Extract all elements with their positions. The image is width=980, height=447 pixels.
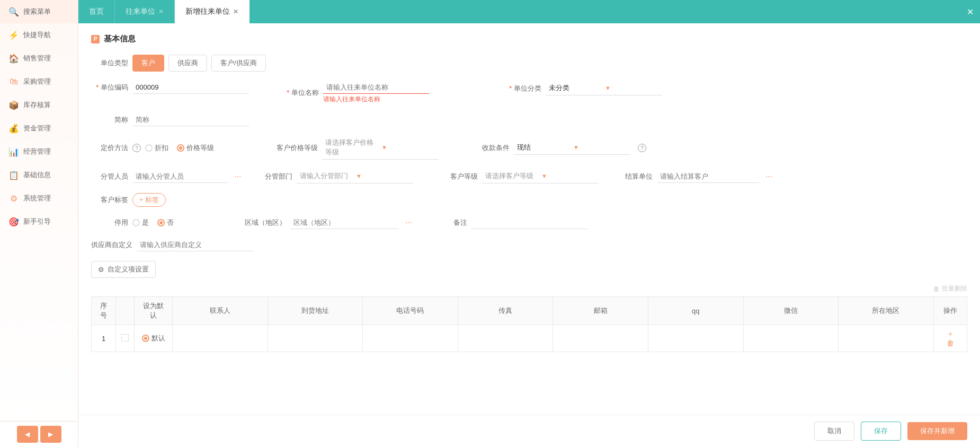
sidebar-item-quick-nav[interactable]: ⚡ 快捷导航 xyxy=(0,23,78,47)
sidebar: 🔍 搜索菜单 ⚡ 快捷导航 🏠 销售管理 🛍 采购管理 📦 库存核算 💰 资金管… xyxy=(0,0,78,447)
unit-type-field: 单位类型 客户 供应商 客户/供应商 xyxy=(91,55,356,72)
pricing-question-icon[interactable]: ? xyxy=(132,144,141,152)
payment-terms-value: 现结 xyxy=(517,143,571,152)
sidebar-item-finance[interactable]: 💰 资金管理 xyxy=(0,117,78,140)
custom-settings-button[interactable]: ⚙ 自定义项设置 xyxy=(91,261,156,278)
save-and-new-button[interactable]: 保存并新增 xyxy=(907,422,967,440)
row-address-input[interactable] xyxy=(273,335,358,343)
row-add-btn[interactable]: ＋ xyxy=(945,329,956,339)
finance-icon: 💰 xyxy=(8,123,19,134)
pricing-method-label: 定价方法 xyxy=(91,143,128,153)
main-area: 首页 往来单位 ✕ 新增往来单位 ✕ ✕ P 基本信息 单位类型 客户 供应 xyxy=(78,0,980,447)
add-tag-button[interactable]: + 标签 xyxy=(132,193,166,207)
sidebar-item-label: 销售管理 xyxy=(23,54,51,63)
col-action: 操作 xyxy=(933,297,967,325)
sidebar-item-search[interactable]: 🔍 搜索菜单 xyxy=(0,0,78,23)
customer-price-level-select[interactable]: 请选择客户价格等级 ▼ xyxy=(322,136,439,160)
note-input[interactable] xyxy=(471,216,588,229)
row-phone[interactable] xyxy=(363,325,458,352)
sidebar-item-inventory[interactable]: 📦 库存核算 xyxy=(0,93,78,117)
manager-more-btn[interactable]: ··· xyxy=(232,172,243,181)
department-label: 分管部门 xyxy=(255,172,292,181)
row-default-radio[interactable]: 默认 xyxy=(140,334,167,343)
row-default: 默认 xyxy=(135,325,173,352)
customer-level-label: 客户等级 xyxy=(441,172,478,181)
abbr-label: 简称 xyxy=(91,115,128,125)
unit-code-input[interactable] xyxy=(132,81,249,94)
save-button[interactable]: 保存 xyxy=(861,422,901,441)
row-email[interactable] xyxy=(553,325,648,352)
manager-input[interactable] xyxy=(132,170,228,183)
tab-partner[interactable]: 往来单位 ✕ xyxy=(115,0,175,23)
customer-price-level-field: 客户价格等级 请选择客户价格等级 ▼ xyxy=(277,136,457,160)
region-input[interactable] xyxy=(290,216,399,229)
supplier-custom-input[interactable] xyxy=(137,239,253,251)
row-region[interactable] xyxy=(839,325,934,352)
col-qq: qq xyxy=(648,297,743,325)
payment-terms-select[interactable]: 现结 ▼ xyxy=(514,141,630,155)
row-fax[interactable] xyxy=(458,325,553,352)
row-qq-input[interactable] xyxy=(654,335,738,343)
row-phone-input[interactable] xyxy=(368,335,452,343)
department-field: 分管部门 请输入分管部门 ▼ xyxy=(255,169,425,183)
search-icon: 🔍 xyxy=(8,6,19,17)
region-more-btn[interactable]: ··· xyxy=(403,218,414,227)
row-fax-input[interactable] xyxy=(464,335,548,343)
unit-name-error: 请输入往来单位名称 xyxy=(323,95,429,104)
pricing-radio-level[interactable]: 价格等级 xyxy=(177,143,214,153)
disabled-radio-no-circle xyxy=(157,219,165,226)
sidebar-item-base-info[interactable]: 📋 基础信息 xyxy=(0,163,78,187)
row-contact[interactable] xyxy=(172,325,268,352)
row-qq[interactable] xyxy=(648,325,743,352)
row-actions: ＋ 🗑 xyxy=(933,325,967,352)
row-checkbox[interactable] xyxy=(121,334,129,341)
department-select[interactable]: 请输入分管部门 ▼ xyxy=(297,169,413,183)
tab-home[interactable]: 首页 xyxy=(78,0,115,23)
sidebar-expand-btn[interactable]: ◀ xyxy=(17,426,38,443)
operations-icon: 📊 xyxy=(8,146,19,157)
customer-tag-row: 客户标签 + 标签 xyxy=(91,193,967,207)
abbr-input[interactable] xyxy=(132,113,249,126)
row-region-input[interactable] xyxy=(844,335,928,343)
pricing-radio-discount[interactable]: 折扣 xyxy=(145,143,168,153)
type-btn-customer[interactable]: 客户 xyxy=(132,55,164,72)
row-email-input[interactable] xyxy=(558,335,643,343)
sidebar-item-operations[interactable]: 📊 经营管理 xyxy=(0,140,78,163)
close-all-tabs-button[interactable]: ✕ xyxy=(967,7,974,17)
type-btn-both[interactable]: 客户/供应商 xyxy=(211,55,266,72)
tab-partner-close[interactable]: ✕ xyxy=(158,8,164,15)
customer-level-select[interactable]: 请选择客户等级 ▼ xyxy=(482,169,599,183)
settlement-unit-more-btn[interactable]: ··· xyxy=(763,172,774,181)
type-btn-supplier[interactable]: 供应商 xyxy=(168,55,207,72)
disabled-radio-yes[interactable]: 是 xyxy=(132,218,149,227)
row-wechat-input[interactable] xyxy=(749,335,833,343)
sidebar-collapse-btn[interactable]: ▶ xyxy=(40,426,61,443)
sidebar-item-purchase[interactable]: 🛍 采购管理 xyxy=(0,70,78,93)
unit-category-arrow: ▼ xyxy=(605,85,659,91)
sidebar-item-system[interactable]: ⚙ 系统管理 xyxy=(0,187,78,210)
unit-category-select[interactable]: 未分类 ▼ xyxy=(546,81,662,95)
tab-new-partner[interactable]: 新增往来单位 ✕ xyxy=(175,0,250,23)
row-delete-btn[interactable]: 🗑 xyxy=(945,339,956,347)
row-wechat[interactable] xyxy=(743,325,839,352)
sidebar-item-sales[interactable]: 🏠 销售管理 xyxy=(0,47,78,70)
tab-new-partner-close[interactable]: ✕ xyxy=(233,8,238,15)
manager-label: 分管人员 xyxy=(91,172,128,181)
disabled-radio-no[interactable]: 否 xyxy=(157,218,174,227)
settlement-unit-input[interactable] xyxy=(657,170,759,183)
customer-price-level-label: 客户价格等级 xyxy=(277,143,318,153)
unit-name-input-wrap: 请输入往来单位名称 xyxy=(323,81,429,104)
row-default-radio-circle xyxy=(142,335,149,342)
cancel-button[interactable]: 取消 xyxy=(814,422,854,441)
col-address: 到货地址 xyxy=(268,297,363,325)
unit-name-input[interactable] xyxy=(323,81,429,94)
row-contact-input[interactable] xyxy=(178,335,262,343)
section-icon: P xyxy=(91,35,100,43)
row-seq: 1 xyxy=(92,325,116,352)
row-address[interactable] xyxy=(268,325,363,352)
sidebar-item-beginner[interactable]: 🎯 新手引导 xyxy=(0,210,78,233)
customer-level-field: 客户等级 请选择客户等级 ▼ xyxy=(441,169,600,183)
row-checkbox-cell[interactable] xyxy=(116,325,135,352)
sidebar-item-label: 采购管理 xyxy=(23,77,51,86)
payment-terms-question-icon[interactable]: ? xyxy=(638,144,646,152)
